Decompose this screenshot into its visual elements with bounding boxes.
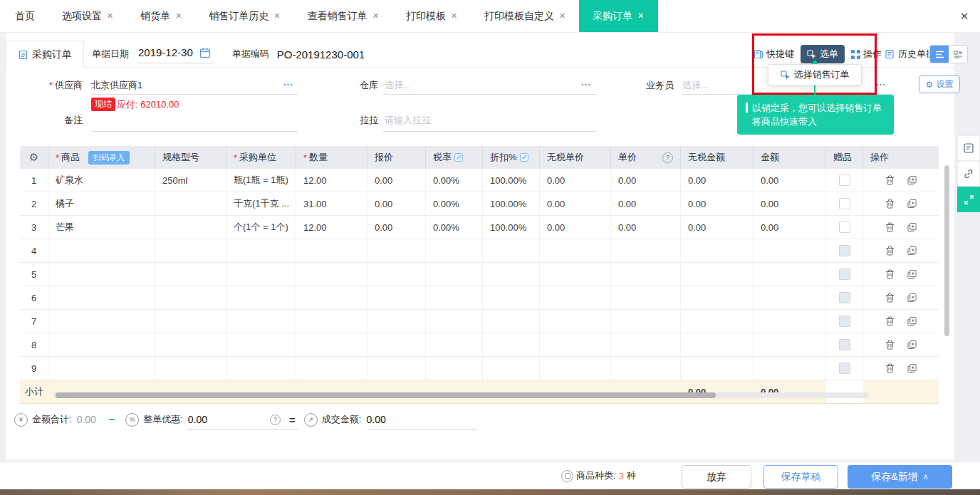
grid-cell-tax_rate[interactable]: 0.00% (426, 169, 483, 192)
copy-icon[interactable] (907, 222, 917, 232)
grid-cell-amount[interactable]: 0.00 (754, 169, 826, 192)
tab-close-icon[interactable]: ✕ (372, 11, 379, 21)
grid-cell-no_tax_price[interactable] (540, 286, 611, 309)
tab-close-icon[interactable]: ✕ (451, 11, 457, 21)
trash-icon[interactable] (885, 269, 895, 279)
grid-cell-qty[interactable] (296, 263, 368, 286)
date-value[interactable]: 2019-12-30 (138, 46, 193, 58)
grid-cell-unit[interactable] (226, 263, 296, 286)
grid-cell-no_tax_price[interactable] (540, 263, 611, 286)
grid-cell-discount[interactable] (483, 333, 540, 356)
grid-cell-spec[interactable] (155, 192, 226, 215)
lala-placeholder[interactable]: 请输入拉拉 (385, 114, 431, 127)
trash-icon[interactable] (885, 222, 895, 232)
grid-cell-quote[interactable]: 0.00 (368, 192, 426, 215)
expand-rail-button[interactable] (957, 187, 980, 212)
copy-icon[interactable] (907, 293, 917, 303)
grid-cell-no_tax_price[interactable] (540, 310, 611, 333)
grid-cell-spec[interactable] (155, 286, 226, 309)
grid-cell-tax_rate[interactable] (426, 333, 483, 356)
shortcut-button[interactable]: 快捷键 (754, 48, 794, 61)
grid-cell-qty[interactable] (296, 333, 368, 356)
grid-cell-product[interactable] (48, 239, 155, 262)
scan-entry-badge[interactable]: 扫码录入 (88, 151, 130, 165)
list-view-toggle[interactable] (930, 46, 949, 63)
tab[interactable]: 采购订单✕ (579, 0, 657, 32)
edit-icon[interactable] (520, 153, 528, 162)
grid-cell-qty[interactable] (296, 357, 368, 380)
final-input-underline[interactable] (367, 429, 477, 429)
grid-cell-spec[interactable] (155, 216, 226, 239)
grid-cell-product[interactable]: 芒果 (48, 216, 155, 239)
grid-cell-tax_rate[interactable] (426, 239, 483, 262)
grid-cell-no_tax_amount[interactable]: 0.00 (681, 192, 754, 215)
grid-cell-quote[interactable] (368, 310, 426, 333)
grid-cell-amount[interactable] (754, 310, 826, 333)
grid-cell-amount[interactable] (754, 333, 826, 356)
grid-cell-unit[interactable] (226, 286, 296, 309)
grid-cell-no_tax_amount[interactable]: 0.00 (681, 216, 754, 239)
grid-cell-no_tax_amount[interactable]: 0.00 (681, 169, 754, 192)
gift-checkbox[interactable] (839, 198, 850, 209)
grid-cell-tax_rate[interactable] (426, 263, 483, 286)
doc-tab-purchase-order[interactable]: 采购订单 (6, 41, 84, 68)
grid-cell-tax_rate[interactable] (426, 357, 483, 380)
gear-icon[interactable]: ⚙ (29, 151, 38, 164)
discount-input-underline[interactable] (187, 429, 299, 429)
grid-cell-amount[interactable]: 0.00 (754, 192, 826, 215)
grid-cell-qty[interactable]: 31.00 (296, 192, 368, 215)
grid-cell-unit[interactable] (226, 310, 296, 333)
edit-icon[interactable] (454, 153, 463, 162)
grid-cell-spec[interactable] (155, 310, 226, 333)
vertical-scrollbar-thumb[interactable] (944, 165, 949, 336)
grid-cell-quote[interactable] (368, 286, 426, 309)
grid-cell-discount[interactable] (483, 263, 540, 286)
grid-cell-discount[interactable]: 100.00% (483, 192, 540, 215)
copy-icon[interactable] (907, 340, 917, 350)
grid-cell-price[interactable]: 0.00 (611, 169, 681, 192)
date-field[interactable]: 2019-12-30 (137, 45, 214, 63)
grid-cell-no_tax_amount[interactable] (681, 286, 754, 309)
tab-close-icon[interactable]: ✕ (175, 11, 182, 21)
grid-cell-spec[interactable] (155, 333, 226, 356)
horizontal-scrollbar[interactable] (53, 392, 869, 398)
grid-cell-product[interactable] (48, 310, 155, 333)
copy-icon[interactable] (907, 199, 917, 209)
grid-cell-price[interactable] (611, 333, 681, 356)
grid-cell-price[interactable]: 0.00 (611, 216, 681, 239)
trash-icon[interactable] (885, 175, 895, 185)
copy-icon[interactable] (907, 316, 917, 326)
supplier-value[interactable]: 北京供应商1 (91, 79, 142, 92)
grid-cell-no_tax_price[interactable]: 0.00 (540, 216, 611, 239)
grid-cell-qty[interactable] (296, 239, 368, 262)
history-button[interactable]: 历史单据 (885, 48, 935, 61)
grid-cell-quote[interactable] (368, 263, 426, 286)
grid-cell-price[interactable] (611, 286, 681, 309)
grid-cell-tax_rate[interactable]: 0.00% (426, 192, 483, 215)
tab-close-icon[interactable]: ✕ (273, 11, 280, 21)
tab[interactable]: 销售订单历史✕ (195, 0, 293, 32)
gift-checkbox[interactable] (839, 222, 850, 233)
grid-cell-amount[interactable] (754, 239, 826, 262)
gift-checkbox[interactable] (839, 339, 850, 350)
copy-icon[interactable] (907, 175, 917, 185)
grid-cell-product[interactable] (48, 263, 155, 286)
grid-cell-amount[interactable] (754, 357, 826, 380)
grid-cell-unit[interactable] (226, 239, 296, 262)
grid-cell-price[interactable] (611, 357, 681, 380)
grid-cell-product[interactable] (48, 357, 155, 380)
grid-cell-price[interactable] (611, 239, 681, 262)
tab-close-icon[interactable]: ✕ (107, 11, 113, 21)
grid-cell-discount[interactable] (483, 357, 540, 380)
grid-cell-no_tax_amount[interactable] (681, 310, 754, 333)
save-draft-button[interactable]: 保存草稿 (763, 465, 838, 489)
grid-cell-amount[interactable]: 0.00 (754, 216, 826, 239)
warehouse-picker-ellipsis[interactable]: ... (581, 77, 591, 88)
final-value[interactable]: 0.00 (366, 414, 385, 425)
pick-order-button[interactable]: 选单 (801, 45, 845, 63)
gift-checkbox[interactable] (839, 292, 850, 303)
grid-cell-product[interactable]: 矿泉水 (48, 169, 155, 192)
tab[interactable]: 首页 (1, 0, 48, 32)
discount-value[interactable]: 0.00 (188, 414, 207, 425)
grid-cell-unit[interactable] (226, 357, 296, 380)
